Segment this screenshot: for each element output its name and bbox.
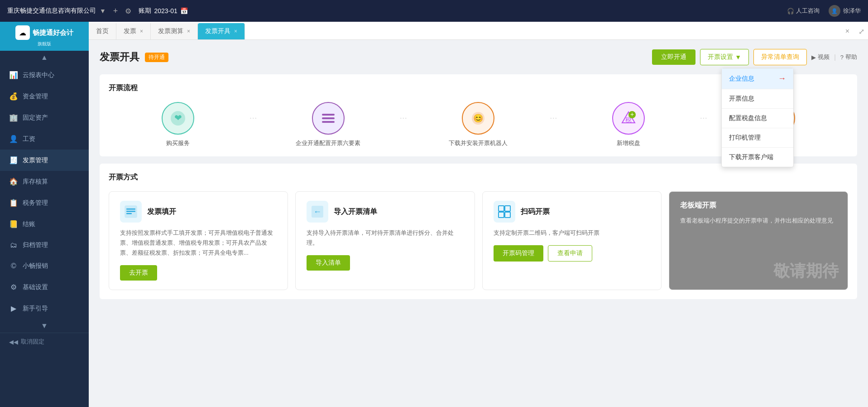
method-import-icon: ←: [307, 201, 328, 223]
flow-step-addtax[interactable]: 税+ 新增税盘: [559, 102, 698, 147]
svg-rect-24: [505, 212, 510, 218]
tab-fapiao-close[interactable]: ×: [140, 28, 143, 34]
method-scan-btn1[interactable]: 开票码管理: [494, 245, 543, 262]
sidebar-item-zijin[interactable]: 💰 资金管理: [0, 86, 89, 107]
period-label: 账期: [139, 7, 151, 15]
headset-icon: 🎧: [787, 8, 794, 15]
step-config-icon: [312, 102, 345, 135]
page-title: 发票开具: [100, 50, 139, 64]
red-arrow-icon: →: [778, 74, 786, 83]
company-selector[interactable]: 重庆畅捷交通信息咨询有限公司 ▼: [7, 7, 106, 15]
user-name: 徐泽华: [843, 7, 861, 15]
sidebar-item-shuiwu[interactable]: 📋 税务管理: [0, 192, 89, 213]
svg-rect-23: [499, 212, 504, 218]
overlay-text: 敬请期待: [773, 260, 839, 282]
human-service-btn[interactable]: 🎧 人工咨询: [787, 7, 820, 15]
dropdown-tax-config-label: 配置税盘信息: [729, 114, 767, 121]
method-scan-icon: [494, 201, 515, 223]
method-scan-desc: 支持定制开票二维码，客户端可扫码开票: [494, 228, 650, 238]
dropdown-invoice-info-label: 开票信息: [729, 95, 754, 102]
play-icon: ▶: [811, 54, 816, 61]
tab-fapiaokaju[interactable]: 发票开具 ×: [198, 23, 245, 39]
tab-close-all[interactable]: ×: [840, 23, 855, 39]
sidebar-label-xiaochang: 小畅报销: [23, 262, 48, 270]
cancel-fixed-btn[interactable]: ◀◀ 取消固定: [0, 333, 89, 350]
flow-step-download[interactable]: 😊 下载并安装开票机器人: [409, 102, 548, 147]
logo-sub: 旗舰版: [38, 41, 51, 47]
sidebar-item-gongzi[interactable]: 👤 工资: [0, 128, 89, 150]
settings-icon[interactable]: ⚙: [125, 7, 131, 15]
tab-home-label: 首页: [96, 27, 109, 35]
method-import-title: 导入开票清单: [334, 207, 377, 217]
settings-button-label: 开票设置: [708, 53, 733, 61]
cancel-fixed-label: 取消固定: [21, 338, 44, 346]
video-button[interactable]: ▶ 视频: [811, 53, 830, 61]
dropdown-item-tax-config[interactable]: 配置税盘信息: [722, 109, 793, 128]
svg-rect-3: [322, 117, 335, 119]
tab-maximize[interactable]: ⤢: [855, 23, 868, 39]
abnormal-list-button[interactable]: 异常清单查询: [753, 49, 807, 65]
flow-arrow-1: ···: [249, 112, 257, 123]
sidebar-item-jiezhang[interactable]: 📒 结账: [0, 213, 89, 235]
method-import-btn[interactable]: 导入清单: [307, 255, 350, 271]
yunbao-icon: 📊: [9, 71, 18, 79]
sidebar-item-guidang[interactable]: 🗂 归档管理: [0, 235, 89, 256]
dropdown-item-printer[interactable]: 打印机管理: [722, 128, 793, 148]
tab-fapiaokaju-label: 发票开具: [205, 27, 230, 35]
sidebar-item-xinshou[interactable]: ▶ 新手引导: [0, 298, 89, 319]
sidebar-item-yunbao[interactable]: 📊 云报表中心: [0, 64, 89, 86]
tab-fapiaocesuan-close[interactable]: ×: [187, 28, 190, 34]
method-card-manual-header: 发票填开: [120, 201, 277, 223]
svg-rect-18: [126, 213, 132, 214]
settings-button[interactable]: 开票设置 ▼: [700, 49, 749, 65]
user-info[interactable]: 👤 徐泽华: [829, 5, 861, 17]
add-tab-button[interactable]: +: [113, 6, 118, 16]
xiaochang-icon: ©: [9, 262, 18, 270]
tab-fapiaocesuan-label: 发票测算: [158, 27, 183, 35]
tab-fapiaokaju-close[interactable]: ×: [234, 28, 237, 34]
flow-step-buy[interactable]: ❤ 购买服务: [109, 102, 248, 147]
calendar-icon[interactable]: 📅: [180, 7, 188, 15]
tab-fapiao-label: 发票: [124, 27, 136, 35]
sidebar-label-guidang: 归档管理: [23, 241, 48, 249]
svg-rect-2: [322, 114, 335, 116]
method-card-boss: 老板端开票 查看老板端小程序提交的开票申请，并作出相应的处理意见 敬请期待: [669, 191, 848, 290]
kucun-icon: 🏠: [9, 177, 18, 186]
sidebar-item-kucun[interactable]: 🏠 库存核算: [0, 171, 89, 192]
help-button[interactable]: ? 帮助: [840, 53, 857, 61]
sidebar-scroll-up[interactable]: ▲: [0, 51, 89, 64]
step-buy-label: 购买服务: [166, 139, 190, 147]
sidebar-scroll-down[interactable]: ▼: [0, 319, 89, 333]
tab-home[interactable]: 首页: [89, 23, 116, 39]
sidebar-item-gudingzichan[interactable]: 🏢 固定资产: [0, 107, 89, 128]
shuiwu-icon: 📋: [9, 199, 18, 207]
tab-fapiaocesuan[interactable]: 发票测算 ×: [151, 23, 198, 39]
zijin-icon: 💰: [9, 92, 18, 101]
topbar-right: 🎧 人工咨询 👤 徐泽华: [787, 5, 861, 17]
svg-text:+: +: [630, 111, 634, 118]
period-value: 2023-01: [154, 7, 177, 15]
page-header: 发票开具 待开通 立即开通 开票设置 ▼ 异常清单查询 ▶ 视频 |: [100, 49, 857, 65]
dropdown-item-enterprise[interactable]: 企业信息 →: [722, 68, 793, 89]
method-manual-icon: [120, 201, 142, 223]
method-card-manual: 发票填开 支持按照发票样式手工填开发票；可开具增值税电子普通发票、增值税普通发票…: [109, 191, 288, 290]
method-scan-title: 扫码开票: [521, 207, 550, 217]
method-cards: 发票填开 支持按照发票样式手工填开发票；可开具增值税电子普通发票、增值税普通发票…: [109, 191, 848, 290]
tab-fapiao[interactable]: 发票 ×: [116, 23, 151, 39]
dropdown-item-download-client[interactable]: 下载开票客户端: [722, 148, 793, 167]
activate-button[interactable]: 立即开通: [652, 49, 695, 65]
method-manual-btn[interactable]: 去开票: [120, 265, 157, 281]
dropdown-item-invoice-info[interactable]: 开票信息: [722, 89, 793, 109]
sidebar-label-jichushezhi: 基础设置: [23, 283, 48, 291]
sidebar-label-fapiao: 发票管理: [23, 156, 48, 165]
divider: |: [834, 53, 836, 61]
method-scan-btn2[interactable]: 查看申请: [548, 245, 592, 262]
sidebar-item-fapiao[interactable]: 🧾 发票管理: [0, 150, 89, 171]
sidebar-item-xiaochang[interactable]: © 小畅报销: [0, 256, 89, 276]
flow-step-config[interactable]: 企业开通配置开票六要素: [259, 102, 398, 147]
method-manual-title: 发票填开: [147, 207, 176, 217]
method-boss-desc: 查看老板端小程序提交的开票申请，并作出相应的处理意见: [680, 216, 837, 226]
sidebar-label-xinshou: 新手引导: [23, 305, 48, 313]
sidebar-label-kucun: 库存核算: [23, 178, 48, 186]
sidebar-item-jichushezhi[interactable]: ⚙ 基础设置: [0, 276, 89, 298]
